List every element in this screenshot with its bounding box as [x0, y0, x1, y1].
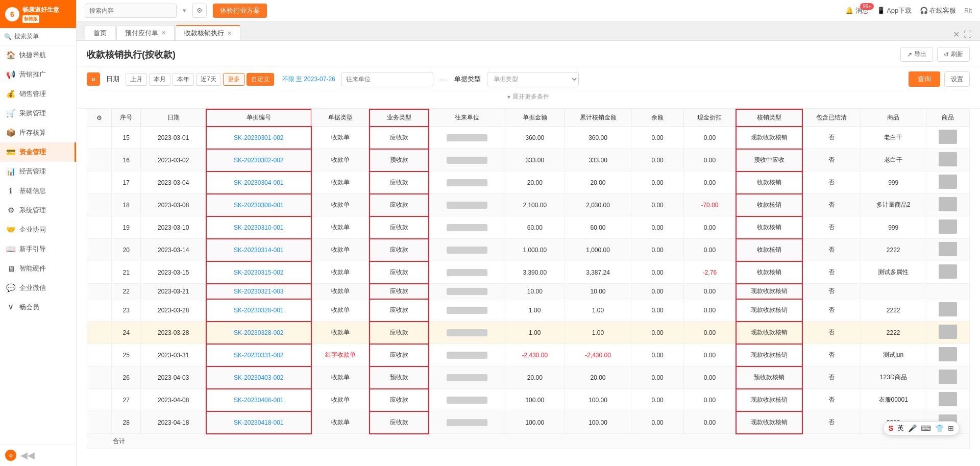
row-bill-no[interactable]: SK-20230321-003: [206, 284, 311, 299]
partner-more-icon[interactable]: ···: [439, 76, 448, 83]
row-bill-no[interactable]: SK-20230328-002: [206, 322, 311, 344]
row-bill-no[interactable]: SK-20230302-002: [206, 149, 311, 171]
row-date: 2023-03-15: [141, 261, 206, 284]
row-biz-type: 应收款: [370, 344, 429, 366]
row-bill-no[interactable]: SK-20230301-002: [206, 127, 311, 149]
sidebar-item-guide[interactable]: 📖 新手引导: [0, 239, 76, 259]
sidebar-item-sales[interactable]: 💰 销售管理: [0, 84, 76, 104]
maximize-icon[interactable]: ⛶: [964, 30, 972, 39]
row-partner: [429, 194, 505, 216]
row-cancel-type: 现款收款核销: [736, 284, 803, 299]
row-cumulative: 20.00: [565, 366, 631, 389]
sidebar-item-shortcut[interactable]: 🏠 快捷导航: [0, 45, 76, 65]
row-biz-type: 应收款: [370, 261, 429, 284]
row-partner: [429, 261, 505, 284]
setting-button[interactable]: 设置: [944, 71, 970, 87]
topbar-gear-button[interactable]: ⚙: [192, 4, 207, 18]
tab-collection-close[interactable]: ✕: [227, 30, 232, 37]
sidebar-item-purchase[interactable]: 🛒 采购管理: [0, 104, 76, 123]
tab-collection[interactable]: 收款核销执行 ✕: [176, 25, 240, 40]
last-7-days-button[interactable]: 近7天: [196, 73, 221, 86]
page-actions: ↗ 导出 ↺ 刷新: [900, 47, 970, 62]
this-year-button[interactable]: 本年: [173, 73, 194, 86]
bill-type-select[interactable]: 单据类型: [487, 72, 579, 86]
expand-conditions-button[interactable]: ▾ 展开更多条件: [87, 90, 970, 103]
row-partner: [429, 411, 505, 434]
tshirt-icon[interactable]: 👕: [935, 424, 944, 432]
sidebar-item-hardware[interactable]: 🖥 智能硬件: [0, 259, 76, 278]
row-bill-no[interactable]: SK-20230328-001: [206, 299, 311, 322]
close-all-icon[interactable]: ✕: [953, 30, 960, 39]
collapse-button[interactable]: ◀◀: [20, 450, 35, 461]
messages-button[interactable]: 🔔 消息 99+: [845, 6, 869, 15]
app-download-button[interactable]: 📱 App下载: [877, 6, 912, 15]
row-product-thumb: [926, 284, 969, 299]
last-month-button[interactable]: 上月: [126, 73, 147, 86]
row-date: 2023-04-03: [141, 366, 206, 389]
row-date: 2023-03-10: [141, 216, 206, 239]
grid-icon[interactable]: ⊞: [948, 424, 954, 432]
row-no: 23: [112, 299, 141, 322]
custom-date-button[interactable]: 自定义: [247, 73, 274, 86]
search-menu-item[interactable]: 🔍 搜索菜单: [0, 28, 76, 45]
sidebar-item-marketing[interactable]: 📢 营销推广: [0, 65, 76, 84]
row-cancel-type: 收款核销: [736, 239, 803, 261]
mic-icon[interactable]: 🎤: [908, 424, 917, 432]
row-bill-type: 收款单: [311, 261, 370, 284]
sidebar-item-operation[interactable]: 📊 经营管理: [0, 162, 76, 181]
row-bill-no[interactable]: SK-20230403-002: [206, 366, 311, 389]
row-bill-no[interactable]: SK-20230418-001: [206, 411, 311, 434]
sidebar-item-basic[interactable]: ℹ 基础信息: [0, 181, 76, 201]
row-gear: [87, 261, 112, 284]
solution-button[interactable]: 体验行业方案: [213, 4, 267, 18]
sidebar-item-system[interactable]: ⚙ 系统管理: [0, 201, 76, 220]
tab-home[interactable]: 首页: [85, 25, 115, 40]
row-bill-no[interactable]: SK-20230408-001: [206, 389, 311, 411]
sidebar-item-inventory[interactable]: 📦 库存核算: [0, 123, 76, 142]
row-amount: 100.00: [505, 389, 565, 411]
this-month-button[interactable]: 本月: [149, 73, 170, 86]
keyboard-icon[interactable]: ⌨: [921, 424, 931, 432]
row-bill-no[interactable]: SK-20230310-001: [206, 216, 311, 239]
row-bill-type: 收款单: [311, 299, 370, 322]
dropdown-arrow-icon[interactable]: ▾: [183, 7, 186, 14]
headset-icon: 🎧: [920, 7, 928, 14]
column-settings-icon[interactable]: ⚙: [96, 114, 102, 121]
filter-row: » 日期 上月 本月 本年 近7天 更多 自定义 不限 至 2023-07-26…: [87, 71, 970, 87]
row-bill-no[interactable]: SK-20230314-001: [206, 239, 311, 261]
row-bill-no[interactable]: SK-20230304-001: [206, 171, 311, 194]
partner-filter-input[interactable]: [341, 72, 433, 86]
topbar-search-input[interactable]: [85, 4, 177, 18]
tab-prepay[interactable]: 预付应付单 ✕: [116, 25, 175, 40]
table-row: 212023-03-15SK-20230315-002收款单应收款3,390.0…: [87, 261, 970, 284]
row-cash-discount: 0.00: [683, 127, 736, 149]
more-date-button[interactable]: 更多: [223, 73, 244, 86]
tab-prepay-close[interactable]: ✕: [161, 30, 166, 36]
row-cumulative: 1,000.00: [565, 239, 631, 261]
row-cumulative: 100.00: [565, 411, 631, 434]
sidebar-item-wechat[interactable]: 💬 企业微信: [0, 278, 76, 298]
row-balance: 0.00: [631, 299, 683, 322]
row-bill-no[interactable]: SK-20230315-002: [206, 261, 311, 284]
row-balance: 0.00: [631, 411, 683, 434]
sidebar-item-collab[interactable]: 🤝 企业协同: [0, 220, 76, 239]
online-service-button[interactable]: 🎧 在线客服: [920, 6, 956, 15]
settings-button[interactable]: ⚙: [5, 450, 16, 461]
filter-toggle-button[interactable]: »: [87, 72, 100, 86]
row-bill-no[interactable]: SK-20230308-001: [206, 194, 311, 216]
sidebar-item-vip[interactable]: V 畅会员: [0, 298, 76, 317]
row-biz-type: 应收款: [370, 239, 429, 261]
row-product: 测试多属性: [861, 261, 926, 284]
row-include-settled: 否: [802, 344, 861, 366]
row-cumulative: 20.00: [565, 171, 631, 194]
sidebar-item-finance[interactable]: 💳 资金管理: [0, 142, 76, 162]
export-button[interactable]: ↗ 导出: [900, 47, 933, 62]
row-cumulative: 60.00: [565, 216, 631, 239]
row-gear: [87, 127, 112, 149]
row-bill-type: 收款单: [311, 171, 370, 194]
row-balance: 0.00: [631, 322, 683, 344]
row-biz-type: 应收款: [370, 299, 429, 322]
refresh-button[interactable]: ↺ 刷新: [937, 47, 970, 62]
query-button[interactable]: 查询: [909, 71, 940, 87]
row-bill-no[interactable]: SK-20230331-002: [206, 344, 311, 366]
